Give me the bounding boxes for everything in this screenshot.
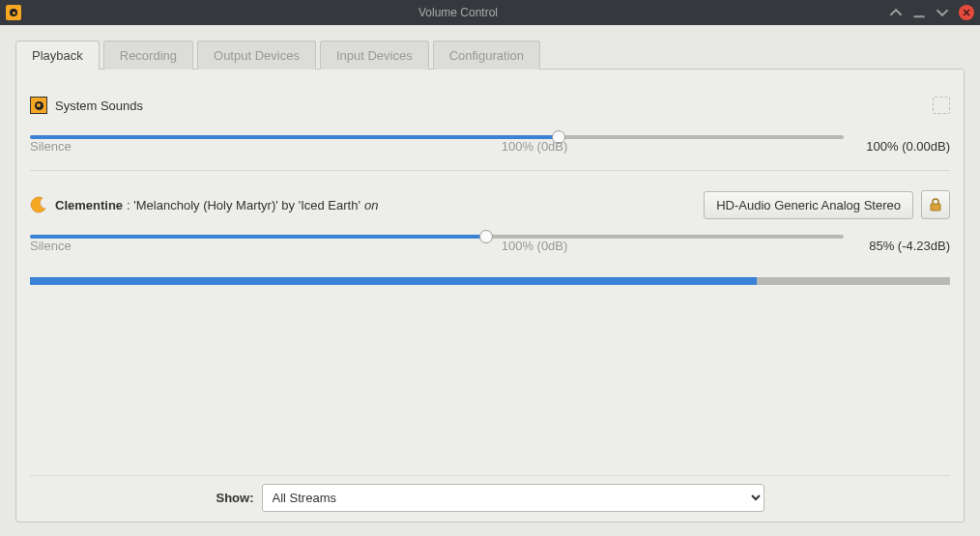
show-label: Show: (216, 491, 254, 505)
app-icon (6, 5, 21, 20)
output-device-button[interactable]: HD-Audio Generic Analog Stereo (704, 191, 913, 219)
minimize-icon[interactable] (912, 6, 926, 19)
tab-input-devices[interactable]: Input Devices (320, 41, 429, 70)
footer: Show: All Streams (30, 475, 950, 512)
volume-readout: 85% (-4.23dB) (857, 239, 950, 253)
volume-slider-row: Silence 100% (0dB) 100% (0.00dB) (30, 135, 950, 156)
show-filter-select[interactable]: All Streams (262, 484, 764, 512)
silence-label: Silence (30, 139, 72, 154)
stream-header: System Sounds (30, 91, 950, 120)
clementine-icon (30, 196, 47, 213)
tab-recording[interactable]: Recording (103, 41, 193, 70)
mute-button[interactable] (933, 97, 950, 114)
close-icon[interactable] (959, 5, 974, 20)
on-text: on (364, 198, 378, 212)
tab-panel-playback: System Sounds Silence 100% (0dB) 100% (0… (15, 69, 965, 522)
tab-output-devices[interactable]: Output Devices (197, 41, 316, 70)
stream-clementine: Clementine : 'Melancholy (Holy Martyr)' … (30, 184, 950, 298)
volume-readout: 100% (0.00dB) (857, 139, 950, 154)
tabs: Playback Recording Output Devices Input … (15, 41, 965, 70)
silence-label: Silence (30, 239, 72, 253)
window-title: Volume Control (27, 6, 889, 19)
tab-configuration[interactable]: Configuration (433, 41, 540, 70)
track-text: : 'Melancholy (Holy Martyr)' by 'Iced Ea… (127, 198, 360, 212)
shade-icon[interactable] (889, 6, 903, 19)
stream-name: System Sounds (55, 99, 143, 113)
app-name: Clementine (55, 198, 123, 212)
center-label: 100% (0dB) (502, 239, 568, 253)
window-body: Playback Recording Output Devices Input … (0, 25, 980, 530)
stream-system-sounds: System Sounds Silence 100% (0dB) 100% (0… (30, 85, 950, 171)
titlebar: Volume Control (0, 0, 980, 25)
stream-header: Clementine : 'Melancholy (Holy Martyr)' … (30, 190, 950, 219)
tab-playback[interactable]: Playback (15, 41, 100, 70)
vu-meter (30, 277, 950, 285)
center-label: 100% (0dB) (502, 139, 568, 154)
speaker-icon (30, 97, 47, 114)
window-buttons (889, 5, 974, 20)
maximize-icon[interactable] (936, 6, 949, 19)
lock-icon[interactable] (921, 190, 950, 219)
volume-slider-row: Silence 100% (0dB) 85% (-4.23dB) (30, 235, 950, 256)
svg-rect-3 (931, 204, 940, 211)
